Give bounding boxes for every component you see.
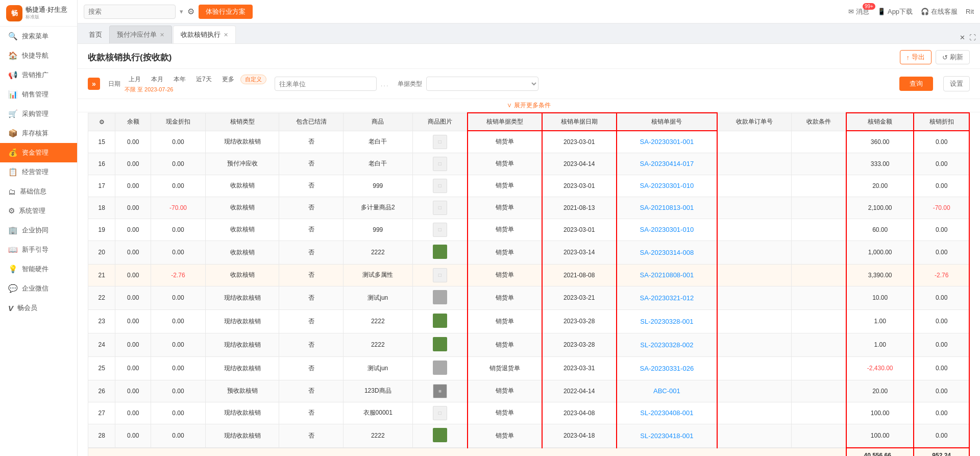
sidebar-item-quick-nav[interactable]: 🏠 快捷导航 bbox=[0, 46, 77, 65]
search-input[interactable] bbox=[84, 5, 176, 19]
col-writeoff-date: 核销单据日期 bbox=[542, 113, 617, 131]
cell-writeoff-no: ABC-001 bbox=[617, 380, 718, 402]
close-window-icon[interactable]: ✕ bbox=[960, 34, 965, 41]
expand-more-bar[interactable]: ∨ 展开更多条件 bbox=[78, 99, 980, 112]
date-opt-custom[interactable]: 自定义 bbox=[240, 75, 266, 84]
cell-no: 22 bbox=[88, 286, 115, 309]
sidebar-item-member[interactable]: V 畅会员 bbox=[0, 298, 77, 318]
cell-writeoff-date: 2023-04-14 bbox=[542, 153, 617, 175]
sidebar-item-wechat[interactable]: 💬 企业微信 bbox=[0, 279, 77, 298]
cell-no: 28 bbox=[88, 424, 115, 448]
user-item[interactable]: Rit bbox=[966, 8, 974, 15]
cell-collection-no bbox=[717, 333, 791, 356]
cell-goods-img: ■ bbox=[412, 380, 468, 402]
gear-icon[interactable]: ⚙ bbox=[187, 7, 194, 16]
page-body: 收款核销执行(按收款) ↑ 导出 ↺ 刷新 » 日期 上月 bbox=[78, 44, 980, 456]
cell-writeoff-discount: 0.00 bbox=[914, 402, 969, 424]
setting-button[interactable]: 设置 bbox=[943, 76, 970, 91]
query-button[interactable]: 查询 bbox=[899, 77, 933, 91]
sidebar-item-guide[interactable]: 📖 新手引导 bbox=[0, 240, 77, 259]
sidebar-item-sales[interactable]: 📊 销售管理 bbox=[0, 85, 77, 104]
cell-no: 21 bbox=[88, 264, 115, 286]
cell-writeoff-date: 2023-03-31 bbox=[542, 356, 617, 380]
bill-type-select[interactable] bbox=[426, 77, 538, 91]
tab-collection[interactable]: 收款核销执行 ✕ bbox=[173, 26, 236, 43]
app-download-item[interactable]: 📱 App下载 bbox=[877, 7, 913, 16]
cell-collection-no bbox=[717, 424, 791, 448]
col-type: 核销类型 bbox=[206, 113, 279, 131]
cell-cash-discount: 0.00 bbox=[151, 402, 206, 424]
col-setting[interactable]: ⚙ bbox=[88, 113, 115, 131]
cell-writeoff-date: 2023-03-01 bbox=[542, 219, 617, 241]
cell-goods: 测试多属性 bbox=[343, 264, 412, 286]
logo-text: 畅捷通·好生意 标准版 bbox=[26, 6, 67, 20]
tab-collection-close[interactable]: ✕ bbox=[224, 32, 228, 38]
sidebar-item-capital[interactable]: 💰 资金管理 bbox=[0, 143, 77, 162]
bill-type-label: 单据类型 bbox=[398, 80, 422, 88]
maximize-icon[interactable]: ⛶ bbox=[969, 34, 976, 41]
cell-writeoff-bill-type: 销货单 bbox=[468, 286, 542, 309]
col-included: 包含已结清 bbox=[279, 113, 344, 131]
dropdown-arrow-icon[interactable]: ▾ bbox=[180, 8, 183, 15]
online-service-item[interactable]: 🎧 在线客服 bbox=[921, 7, 958, 16]
sidebar-item-basic[interactable]: 🗂 基础信息 bbox=[0, 182, 77, 201]
cell-writeoff-no: SA-20230331-026 bbox=[617, 356, 718, 380]
cell-type: 收款核销 bbox=[206, 241, 279, 264]
sidebar-item-marketing[interactable]: 📢 营销推广 bbox=[0, 65, 77, 85]
col-goods-img: 商品图片 bbox=[412, 113, 468, 131]
cell-writeoff-no: SA-20230301-010 bbox=[617, 219, 718, 241]
cell-collection-no bbox=[717, 402, 791, 424]
search-icon: 🔍 bbox=[8, 32, 18, 41]
partner-filter-group: ... bbox=[275, 77, 389, 91]
purchase-icon: 🛒 bbox=[8, 109, 18, 118]
cell-type: 现结收款核销 bbox=[206, 402, 279, 424]
cell-writeoff-amount: 360.00 bbox=[846, 131, 914, 153]
sidebar-item-enterprise[interactable]: 🏢 企业协同 bbox=[0, 221, 77, 240]
cell-goods: 123D商品 bbox=[343, 380, 412, 402]
table-row: 25 0.00 0.00 现结收款核销 否 测试jun 销货退货单 2023-0… bbox=[88, 356, 970, 380]
cell-goods-img bbox=[412, 286, 468, 309]
cell-cash-discount: 0.00 bbox=[151, 380, 206, 402]
refresh-button[interactable]: ↺ 刷新 bbox=[936, 50, 970, 64]
export-button[interactable]: ↑ 导出 bbox=[900, 50, 932, 64]
cell-writeoff-discount: 0.00 bbox=[914, 153, 969, 175]
cell-no: 25 bbox=[88, 356, 115, 380]
cell-cash-discount: -70.00 bbox=[151, 197, 206, 219]
cell-goods-img: □ bbox=[412, 131, 468, 153]
filter-toggle-btn[interactable]: » bbox=[88, 78, 100, 90]
date-opt-last-month[interactable]: 上月 bbox=[125, 74, 145, 85]
cell-goods: 2222 bbox=[343, 424, 412, 448]
date-opt-this-year[interactable]: 本年 bbox=[169, 74, 190, 85]
cell-cash-discount: 0.00 bbox=[151, 241, 206, 264]
cell-writeoff-bill-type: 销货单 bbox=[468, 424, 542, 448]
sidebar-item-search[interactable]: 🔍 搜索菜单 bbox=[0, 27, 77, 46]
sidebar-item-purchase[interactable]: 🛒 采购管理 bbox=[0, 104, 77, 124]
industry-btn[interactable]: 体验行业方案 bbox=[199, 5, 253, 19]
date-opt-this-month[interactable]: 本月 bbox=[147, 74, 167, 85]
cell-writeoff-amount: 1.00 bbox=[846, 309, 914, 333]
cell-writeoff-amount: 1,000.00 bbox=[846, 241, 914, 264]
cell-goods: 衣服00001 bbox=[343, 402, 412, 424]
tab-home[interactable]: 首页 bbox=[82, 26, 109, 43]
notification-item[interactable]: ✉ 消息 99+ bbox=[848, 7, 869, 16]
date-opt-7days[interactable]: 近7天 bbox=[192, 74, 216, 85]
sidebar-item-operations[interactable]: 📋 经营管理 bbox=[0, 162, 77, 182]
sidebar-item-hardware[interactable]: 💡 智能硬件 bbox=[0, 259, 77, 279]
table-wrap[interactable]: ⚙ 余额 现金折扣 核销类型 包含已结清 商品 商品图片 核销单据类型 核销单据… bbox=[78, 112, 980, 456]
cell-balance: 0.00 bbox=[115, 264, 151, 286]
sidebar-item-system[interactable]: ⚙ 系统管理 bbox=[0, 201, 77, 221]
tab-prepay[interactable]: 预付冲应付单 ✕ bbox=[109, 26, 172, 43]
cell-goods-img bbox=[412, 309, 468, 333]
sidebar-item-inventory[interactable]: 📦 库存核算 bbox=[0, 124, 77, 143]
date-opt-more[interactable]: 更多 bbox=[218, 74, 238, 85]
tab-prepay-close[interactable]: ✕ bbox=[160, 32, 164, 38]
col-writeoff-amount: 核销金额 bbox=[846, 113, 914, 131]
partner-input[interactable] bbox=[275, 77, 377, 91]
cell-goods-img: □ bbox=[412, 197, 468, 219]
page-actions: ↑ 导出 ↺ 刷新 bbox=[900, 50, 970, 64]
filter-dots: ... bbox=[381, 80, 389, 88]
col-balance: 余额 bbox=[115, 113, 151, 131]
cell-writeoff-bill-type: 销货单 bbox=[468, 264, 542, 286]
cell-writeoff-discount: 0.00 bbox=[914, 356, 969, 380]
cell-type: 收款核销 bbox=[206, 219, 279, 241]
